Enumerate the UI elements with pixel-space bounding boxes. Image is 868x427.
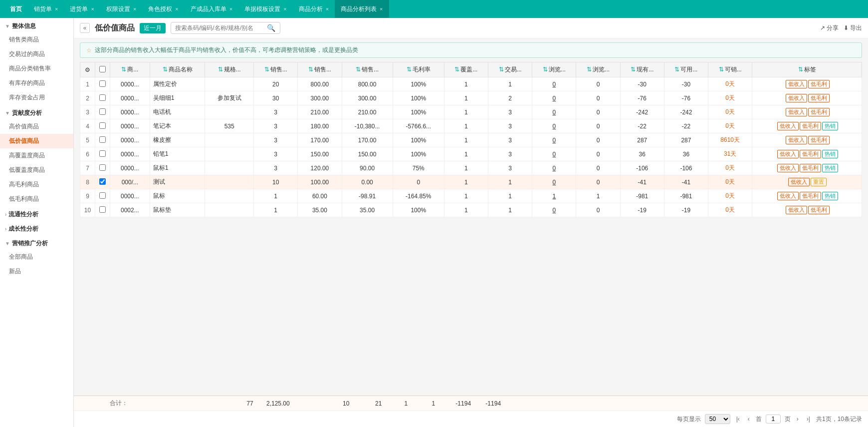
row-col7[interactable]: 0 [532, 203, 576, 217]
row-checkbox-cell[interactable] [95, 105, 110, 119]
sidebar-group-title-growth[interactable]: › 成长性分析 [0, 221, 73, 235]
sidebar-item-stock-funds[interactable]: 库存资金占用 [0, 90, 73, 105]
th-views2[interactable]: ⇅浏览... [576, 62, 620, 77]
close-icon[interactable]: × [55, 6, 58, 12]
th-code[interactable]: ⇅商... [110, 62, 150, 77]
page-size-select[interactable]: 50 100 200 [705, 414, 730, 424]
row-checkbox[interactable] [99, 136, 106, 143]
nav-role-auth[interactable]: 角色授权 × [142, 0, 184, 18]
page-input[interactable] [766, 415, 781, 424]
th-sales3[interactable]: ⇅销售... [342, 62, 393, 77]
row-checkbox[interactable] [99, 94, 106, 101]
first-page-btn[interactable]: |‹ [734, 415, 742, 424]
sidebar-item-category-rate[interactable]: 商品分类销售率 [0, 61, 73, 76]
th-views1[interactable]: ⇅浏览... [532, 62, 576, 77]
row-checkbox[interactable] [99, 108, 106, 115]
row-col10: -242 [664, 105, 708, 119]
row-checkbox-cell[interactable] [95, 77, 110, 91]
sidebar-group-title-marketing[interactable]: ▼ 营销推广分析 [0, 235, 73, 250]
row-checkbox[interactable] [99, 150, 106, 157]
last-page-btn[interactable]: ›| [805, 415, 812, 424]
nav-home[interactable]: 首页 [4, 0, 28, 18]
nav-purchase-order[interactable]: 进货单 × [64, 0, 100, 18]
period-button[interactable]: 近一月 [140, 23, 166, 33]
th-checkbox[interactable] [95, 62, 110, 77]
sidebar-item-traded-goods[interactable]: 交易过的商品 [0, 47, 73, 61]
th-sellable-stock[interactable]: ⇅可销... [708, 62, 752, 77]
nav-permissions[interactable]: 权限设置 × [100, 0, 142, 18]
close-icon[interactable]: × [91, 6, 94, 12]
row-checkbox-cell[interactable] [95, 175, 110, 189]
sidebar-group-title-circulation[interactable]: › 流通性分析 [0, 206, 73, 221]
row-checkbox-cell[interactable] [95, 203, 110, 217]
sidebar-item-new-goods[interactable]: 新品 [0, 264, 73, 279]
row-col7[interactable]: 0 [532, 91, 576, 105]
sidebar-item-high-coverage[interactable]: 高覆盖度商品 [0, 148, 73, 163]
row-checkbox[interactable] [99, 164, 106, 171]
sidebar-item-low-value[interactable]: 低价值商品 [0, 134, 73, 148]
close-icon[interactable]: × [380, 6, 383, 12]
row-checkbox-cell[interactable] [95, 161, 110, 175]
collapse-button[interactable]: « [80, 23, 90, 33]
close-icon[interactable]: × [175, 6, 178, 12]
th-spec[interactable]: ⇅规格... [205, 62, 254, 77]
share-button[interactable]: ↗ 分享 [820, 24, 839, 32]
th-available-stock[interactable]: ⇅可用... [664, 62, 708, 77]
row-checkbox[interactable] [99, 178, 106, 185]
row-col7[interactable]: 0 [532, 175, 576, 189]
sidebar-item-all-goods[interactable]: 全部商品 [0, 250, 73, 264]
row-checkbox[interactable] [99, 206, 106, 213]
sidebar-item-low-profit[interactable]: 低毛利商品 [0, 192, 73, 206]
row-checkbox[interactable] [99, 192, 106, 199]
row-col7[interactable]: 1 [532, 189, 576, 203]
th-current-stock[interactable]: ⇅现有... [620, 62, 664, 77]
th-trades[interactable]: ⇅交易... [488, 62, 532, 77]
sidebar-item-stock-goods[interactable]: 有库存的商品 [0, 76, 73, 90]
sidebar-item-high-value[interactable]: 高价值商品 [0, 119, 73, 134]
th-profit-rate[interactable]: ⇅毛利率 [393, 62, 444, 77]
row-checkbox-cell[interactable] [95, 147, 110, 161]
row-checkbox-cell[interactable] [95, 119, 110, 133]
prev-page-btn[interactable]: ‹ [746, 415, 752, 424]
row-col7[interactable]: 0 [532, 147, 576, 161]
row-col1: 3 [254, 147, 298, 161]
th-tags[interactable]: ⇅标签 [752, 62, 862, 77]
search-icon[interactable]: 🔍 [267, 24, 275, 32]
row-col7[interactable]: 0 [532, 105, 576, 119]
sidebar-group-title-contribution[interactable]: ▼ 贡献度分析 [0, 105, 73, 119]
table-container[interactable]: ⚙ ⇅商... ⇅商品名称 ⇅规格... ⇅销售... ⇅销售... ⇅销售..… [80, 62, 862, 396]
sidebar-item-sales-goods[interactable]: 销售类商品 [0, 32, 73, 47]
nav-product-in[interactable]: 产成品入库单 × [185, 0, 238, 18]
close-icon[interactable]: × [283, 6, 286, 12]
row-checkbox-cell[interactable] [95, 189, 110, 203]
row-checkbox-cell[interactable] [95, 133, 110, 147]
row-checkbox-cell[interactable] [95, 91, 110, 105]
nav-template-settings[interactable]: 单据模板设置 × [238, 0, 292, 18]
th-coverage[interactable]: ⇅覆盖... [444, 62, 488, 77]
row-col7[interactable]: 0 [532, 119, 576, 133]
row-col7[interactable]: 0 [532, 161, 576, 175]
row-col7[interactable]: 0 [532, 133, 576, 147]
sidebar-item-low-coverage[interactable]: 低覆盖度商品 [0, 163, 73, 177]
row-days: 0天 [708, 77, 752, 91]
next-page-btn[interactable]: › [795, 415, 801, 424]
select-all-checkbox[interactable] [99, 66, 106, 72]
close-icon[interactable]: × [326, 6, 329, 12]
nav-sales-order[interactable]: 销货单 × [28, 0, 64, 18]
th-name[interactable]: ⇅商品名称 [150, 62, 205, 77]
row-checkbox[interactable] [99, 122, 106, 129]
nav-product-analysis[interactable]: 商品分析 × [293, 0, 335, 18]
nav-product-analysis-list[interactable]: 商品分析列表 × [335, 0, 389, 18]
th-sales1[interactable]: ⇅销售... [254, 62, 298, 77]
sidebar-group-title-overall[interactable]: ▼ 整体信息 [0, 18, 73, 32]
close-icon[interactable]: × [133, 6, 136, 12]
close-icon[interactable]: × [229, 6, 232, 12]
th-sales2[interactable]: ⇅销售... [298, 62, 342, 77]
row-code: 0000... [110, 147, 150, 161]
row-col7[interactable]: 0 [532, 77, 576, 91]
export-button[interactable]: ⬇ 导出 [844, 24, 862, 32]
row-checkbox[interactable] [99, 80, 106, 87]
th-settings[interactable]: ⚙ [80, 62, 95, 77]
search-input[interactable] [175, 24, 265, 31]
sidebar-item-high-profit[interactable]: 高毛利商品 [0, 177, 73, 192]
